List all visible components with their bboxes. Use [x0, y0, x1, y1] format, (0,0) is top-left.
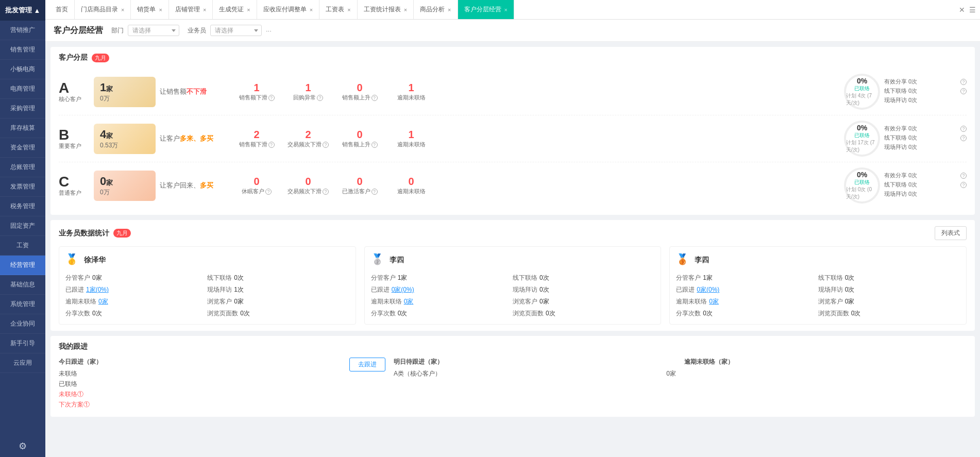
tab-product_analysis[interactable]: 商品分析×: [414, 0, 458, 20]
tab-close-store_products[interactable]: ×: [121, 7, 124, 13]
tab-sales_order[interactable]: 销货单×: [131, 0, 168, 20]
sidebar-item-shuiwu[interactable]: 税务管理: [0, 197, 45, 216]
sidebar-item-caigou[interactable]: 采购管理: [0, 99, 45, 119]
tab-home[interactable]: 首页: [49, 0, 75, 20]
sidebar-item-dianshang[interactable]: 电商管理: [0, 79, 45, 99]
tab-voucher[interactable]: 生成凭证×: [213, 0, 257, 20]
staff-item-2-4: 逾期未联络0家: [676, 297, 818, 306]
tab-close-product_analysis[interactable]: ×: [448, 7, 451, 13]
sidebar-item-xitong[interactable]: 系统管理: [0, 295, 45, 314]
staff-header-2: 🥉李四: [676, 253, 960, 267]
staff-item-val[interactable]: 0家: [709, 297, 719, 306]
staff-select[interactable]: 请选择: [210, 25, 262, 36]
tier-stat-1-0[interactable]: 2销售额下滑?: [236, 129, 277, 148]
goto-followup-button[interactable]: 去跟进: [349, 358, 385, 371]
info-icon[interactable]: ?: [323, 189, 329, 195]
tier-stat-label: 销售额上升?: [339, 141, 380, 148]
info-icon[interactable]: ?: [268, 95, 275, 101]
tab-salary[interactable]: 工资表×: [319, 0, 357, 20]
tab-ar_adjust[interactable]: 应收应付调整单×: [257, 0, 319, 20]
sidebar-item-xinshou[interactable]: 新手引导: [0, 334, 45, 353]
tab-salary_report[interactable]: 工资统计报表×: [358, 0, 414, 20]
tab-close-salary[interactable]: ×: [347, 7, 350, 13]
tab-close-voucher[interactable]: ×: [247, 7, 250, 13]
info-icon[interactable]: ?: [265, 189, 272, 195]
sidebar-item-zijin[interactable]: 资金管理: [0, 138, 45, 158]
tab-close-all-icon[interactable]: ✕: [959, 6, 965, 14]
sidebar-item-yingxiao[interactable]: 营销推广: [0, 21, 45, 40]
right-stat-info-icon[interactable]: ?: [960, 79, 967, 85]
sidebar-item-gongzi[interactable]: 工资: [0, 236, 45, 256]
right-stat-info-icon[interactable]: ?: [960, 88, 967, 94]
tab-close-salary_report[interactable]: ×: [404, 7, 407, 13]
staff-item-1-7: 浏览页面数0次: [513, 309, 654, 318]
tab-close-store_mgmt[interactable]: ×: [203, 7, 206, 13]
tier-circle-b: 0% 已联络 计划 17次 (7天/次): [844, 121, 880, 157]
staff-item-val[interactable]: 1家(0%): [86, 285, 109, 294]
tier-count-num: 0家: [100, 175, 149, 188]
sidebar-item-yun[interactable]: 云应用: [0, 353, 45, 373]
sidebar-item-zonzhang[interactable]: 总账管理: [0, 158, 45, 177]
dept-filter: 部门 请选择: [111, 25, 179, 36]
sidebar-item-qiye[interactable]: 企业协同: [0, 314, 45, 334]
tier-stat-2-0[interactable]: 0休眠客户?: [236, 176, 277, 195]
right-stat-info-icon[interactable]: ?: [960, 182, 967, 188]
tier-stat-0-3[interactable]: 1逾期未联络: [391, 82, 432, 101]
info-icon[interactable]: ?: [268, 142, 275, 148]
info-icon[interactable]: ?: [323, 142, 329, 148]
tier-stat-1-1[interactable]: 2交易频次下滑?: [288, 129, 329, 148]
tier-stat-2-1[interactable]: 0交易频次下滑?: [288, 176, 329, 195]
more-dots[interactable]: ···: [266, 27, 272, 35]
right-stat-info-icon[interactable]: ?: [960, 126, 967, 132]
tier-stat-1-3[interactable]: 1逾期未联络: [391, 129, 432, 148]
staff-item-2-6: 分享次数0次: [676, 309, 818, 318]
tier-stat-label: 回购异常?: [288, 94, 329, 101]
info-icon[interactable]: ?: [371, 189, 378, 195]
tier-count-box-c[interactable]: 0家0万: [94, 171, 156, 201]
staff-item-val: 0次: [703, 309, 713, 318]
sidebar-item-jingying[interactable]: 经营管理: [0, 256, 45, 275]
tier-stat-0-0[interactable]: 1销售额下滑?: [236, 82, 277, 101]
tier-stat-2-2[interactable]: 0已激活客户?: [339, 176, 380, 195]
sidebar-item-jichu[interactable]: 基础信息: [0, 275, 45, 295]
staff-item-val: 0次: [539, 274, 549, 282]
sidebar-item-xiaoshou[interactable]: 销售管理: [0, 40, 45, 60]
tier-stat-0-1[interactable]: 1回购异常?: [288, 82, 329, 101]
tier-stat-1-2[interactable]: 0销售额上升?: [339, 129, 380, 148]
staff-item-val[interactable]: 0家: [404, 297, 414, 306]
tier-count-box-a[interactable]: 1家0万: [94, 77, 156, 107]
staff-item-val: 0次: [398, 309, 408, 318]
staff-item-val[interactable]: 0家(0%): [697, 285, 719, 294]
tier-stat-0-2[interactable]: 0销售额上升?: [339, 82, 380, 101]
tier-count-box-b[interactable]: 4家0.53万: [94, 124, 156, 154]
sidebar-item-kucun[interactable]: 库存核算: [0, 119, 45, 138]
right-stat-info-icon[interactable]: ?: [960, 173, 967, 179]
tab-close-ar_adjust[interactable]: ×: [310, 7, 313, 13]
info-icon[interactable]: ?: [317, 95, 323, 101]
tab-customer_tier[interactable]: 客户分层经营×: [458, 0, 514, 20]
info-icon[interactable]: ?: [371, 95, 378, 101]
tier-right-stat-0-2: 现场拜访 0次: [884, 96, 967, 104]
sidebar-item-xiaodian[interactable]: 小畅电商: [0, 60, 45, 79]
staff-item-val[interactable]: 0家: [98, 297, 108, 306]
tier-stat-2-3[interactable]: 0逾期未联络: [391, 176, 432, 195]
tab-store_products[interactable]: 门店商品目录×: [75, 0, 131, 20]
settings-icon[interactable]: ⚙: [0, 435, 45, 457]
staff-item-val: 0次: [240, 309, 250, 318]
tab-close-customer_tier[interactable]: ×: [504, 7, 508, 13]
sidebar-item-fapiao[interactable]: 发票管理: [0, 177, 45, 197]
tab-close-sales_order[interactable]: ×: [159, 7, 162, 13]
sidebar-item-gudingzichan[interactable]: 固定资产: [0, 216, 45, 236]
tab-store_mgmt[interactable]: 店铺管理×: [169, 0, 213, 20]
tab-menu-icon[interactable]: ☰: [969, 6, 976, 14]
info-icon[interactable]: ?: [371, 142, 378, 148]
dept-select[interactable]: 请选择: [128, 25, 179, 36]
tier-stat-label: 交易频次下滑?: [288, 188, 329, 195]
staff-item-val[interactable]: 0家(0%): [392, 285, 414, 294]
sidebar-expand-icon[interactable]: ▲: [34, 7, 41, 14]
list-view-button[interactable]: 列表式: [935, 226, 967, 240]
tier-stat-num: 0: [339, 82, 380, 94]
right-stat-info-icon[interactable]: ?: [960, 135, 967, 141]
overdue-col: 逾期未联络（家）: [684, 358, 967, 369]
staff-item-val: 0家: [234, 297, 244, 306]
